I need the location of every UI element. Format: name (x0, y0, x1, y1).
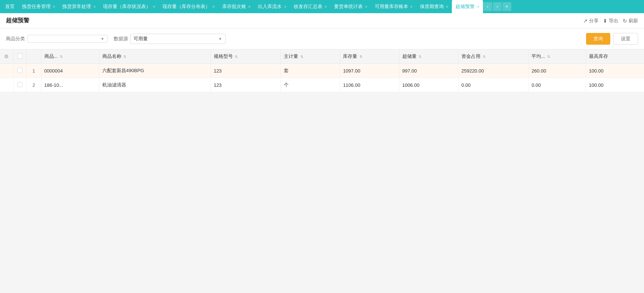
col-header-overstock[interactable]: 超储量 ⇅ (399, 49, 458, 64)
nav-close-overstock-warning[interactable]: × (477, 4, 479, 9)
nav-close-task-mgmt[interactable]: × (53, 4, 55, 9)
row-max-stock-1: 100.00 (586, 78, 644, 92)
col-header-checkbox[interactable] (13, 49, 26, 64)
row-avg-1: 0.00 (528, 78, 586, 92)
row-spec-1: 123 (211, 78, 281, 92)
nav-close-quality-check[interactable]: × (446, 4, 448, 9)
datasource-chevron-icon: ▼ (218, 37, 222, 41)
page-header: 超储预警 ↗ 分享 ⬇ 导出 ↻ 刷新 (0, 13, 644, 29)
row-capital-1: 0.00 (458, 78, 528, 92)
row-product-name-0: 六配套新昌490BPG (99, 64, 211, 78)
nav-close-batch-account[interactable]: × (248, 4, 250, 9)
row-spec-0: 123 (211, 64, 281, 78)
top-navigation: 首页 拣货任务管理 × 拣货异常处理 × 现存量（库存状况表） × 现存量（库存… (0, 0, 644, 13)
sort-icon-capital[interactable]: ⇅ (483, 55, 486, 59)
nav-close-abnormal[interactable]: × (93, 4, 95, 9)
row-check-1[interactable] (17, 82, 22, 87)
row-max-stock-0: 100.00 (586, 64, 644, 78)
nav-close-stock-dist[interactable]: × (212, 4, 215, 9)
refresh-icon: ↻ (623, 18, 627, 24)
nav-close-collect-summary[interactable]: × (325, 4, 327, 9)
nav-home[interactable]: 首页 (1, 0, 18, 13)
row-checkbox-1[interactable] (13, 78, 26, 92)
nav-stock-dist[interactable]: 现存量（库存分布表） × (159, 0, 218, 13)
row-product-name-1: 机油滤清器 (99, 78, 211, 92)
filter-actions: 查询 设置 (586, 33, 638, 45)
nav-available-account[interactable]: 可用量库存账本 × (371, 0, 416, 13)
row-capital-0: 259220.00 (458, 64, 528, 78)
data-table-container: ⚙ 商品... ⇅ 商品名称 ⇅ 规格型号 ⇅ (0, 49, 644, 92)
filter-area: 商品分类 ▼ 数据源 可用量 ▼ 查询 设置 (0, 29, 644, 49)
header-actions: ↗ 分享 ⬇ 导出 ↻ 刷新 (583, 18, 638, 24)
col-header-num (26, 49, 41, 64)
table-header-row: ⚙ 商品... ⇅ 商品名称 ⇅ 规格型号 ⇅ (0, 49, 644, 64)
col-header-capital[interactable]: 资金占用 ⇅ (458, 49, 528, 64)
nav-stock-status[interactable]: 现存量（库存状况表） × (99, 0, 159, 13)
col-header-product-code[interactable]: 商品... ⇅ (41, 49, 99, 64)
datasource-value: 可用量 (133, 36, 148, 42)
col-header-unit[interactable]: 主计量 ⇅ (281, 49, 340, 64)
row-num-1: 2 (26, 78, 41, 92)
category-label: 商品分类 (6, 36, 25, 42)
col-header-stock[interactable]: 库存量 ⇅ (340, 49, 399, 64)
refresh-button[interactable]: ↻ 刷新 (623, 18, 638, 24)
query-button[interactable]: 查询 (586, 33, 610, 45)
sort-icon-product-name[interactable]: ⇅ (123, 55, 126, 59)
sort-icon-spec[interactable]: ⇅ (235, 55, 238, 59)
row-overstock-1: 1006.00 (399, 78, 458, 92)
export-icon: ⬇ (603, 18, 607, 24)
overstock-table: ⚙ 商品... ⇅ 商品名称 ⇅ 规格型号 ⇅ (0, 49, 644, 92)
row-num-0: 1 (26, 64, 41, 78)
nav-quality-check[interactable]: 保质期查询 × (416, 0, 452, 13)
nav-batch-account[interactable]: 库存批次账 × (219, 0, 254, 13)
nav-close-all[interactable]: × (502, 2, 511, 11)
row-settings-0 (0, 64, 13, 78)
row-stock-1: 1106.00 (340, 78, 399, 92)
sort-icon-unit[interactable]: ⇅ (300, 55, 303, 59)
table-row: 2 186-10... 机油滤清器 123 个 1106.00 1006.00 … (0, 78, 644, 92)
settings-button[interactable]: 设置 (613, 33, 638, 45)
datasource-filter: 数据源 可用量 ▼ (114, 34, 226, 44)
row-unit-0: 套 (281, 64, 340, 78)
nav-close-inout-flow[interactable]: × (284, 4, 286, 9)
col-header-product-name[interactable]: 商品名称 ⇅ (99, 49, 211, 64)
nav-scroll-right[interactable]: › (493, 2, 502, 11)
header-checkbox[interactable] (17, 53, 22, 59)
nav-collect-summary[interactable]: 收发存汇总表 × (290, 0, 330, 13)
col-header-avg[interactable]: 平均... ⇅ (528, 49, 586, 64)
row-stock-0: 1097.00 (340, 64, 399, 78)
share-button[interactable]: ↗ 分享 (583, 18, 599, 24)
export-button[interactable]: ⬇ 导出 (603, 18, 618, 24)
nav-abnormal[interactable]: 拣货异常处理 × (59, 0, 99, 13)
sort-icon-product-code[interactable]: ⇅ (60, 55, 63, 59)
row-unit-1: 个 (281, 78, 340, 92)
category-select[interactable]: ▼ (27, 35, 108, 43)
page-title: 超储预警 (6, 17, 29, 25)
datasource-label: 数据源 (114, 36, 128, 42)
category-chevron-icon: ▼ (100, 37, 105, 41)
sort-icon-avg[interactable]: ⇅ (547, 55, 550, 59)
nav-close-order-stats[interactable]: × (365, 4, 367, 9)
sort-icon-overstock[interactable]: ⇅ (418, 55, 421, 59)
nav-close-available-account[interactable]: × (410, 4, 413, 9)
col-header-max-stock[interactable]: 最高库存 (586, 49, 644, 64)
nav-inout-flow[interactable]: 出入库流水 × (254, 0, 290, 13)
nav-overstock-warning[interactable]: 超储预警 × (452, 0, 483, 13)
nav-close-stock-status[interactable]: × (153, 4, 155, 9)
nav-order-stats[interactable]: 要货单统计表 × (330, 0, 371, 13)
nav-task-mgmt[interactable]: 拣货任务管理 × (18, 0, 59, 13)
row-product-code-0: 0000004 (41, 64, 99, 78)
row-product-code-1: 186-10... (41, 78, 99, 92)
col-header-settings[interactable]: ⚙ (0, 49, 13, 64)
col-header-spec[interactable]: 规格型号 ⇅ (211, 49, 281, 64)
table-row: 1 0000004 六配套新昌490BPG 123 套 1097.00 997.… (0, 64, 644, 78)
row-settings-1 (0, 78, 13, 92)
row-avg-0: 260.00 (528, 64, 586, 78)
row-checkbox-0[interactable] (13, 64, 26, 78)
sort-icon-stock[interactable]: ⇅ (359, 55, 362, 59)
row-check-0[interactable] (17, 68, 22, 73)
category-filter: 商品分类 ▼ (6, 35, 108, 43)
nav-scroll-left[interactable]: ‹ (483, 2, 492, 11)
datasource-select[interactable]: 可用量 ▼ (130, 34, 226, 44)
settings-gear-icon[interactable]: ⚙ (4, 53, 9, 59)
